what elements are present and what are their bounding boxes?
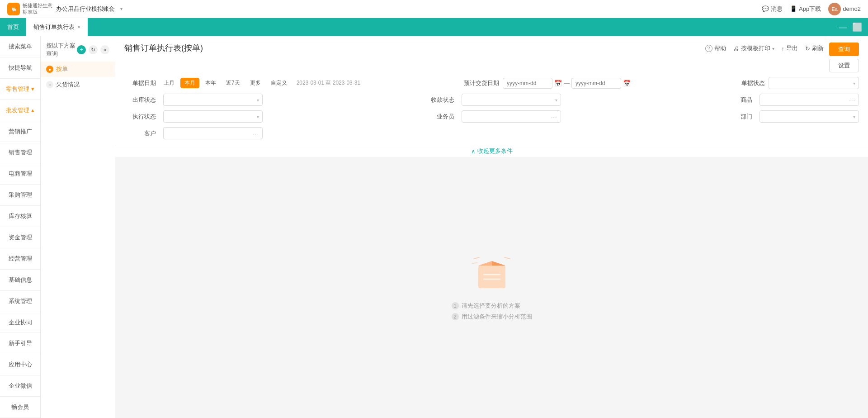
user-profile[interactable]: Ea demo2 [828, 3, 861, 15]
sidebar-item-search[interactable]: 搜索菜单 [0, 36, 40, 57]
logo-text: 畅捷通好生意 标准版 [23, 3, 52, 14]
sidebar-item-apps[interactable]: 应用中心 [0, 354, 40, 375]
tab-close-icon[interactable]: × [77, 24, 80, 30]
calendar-icon-from[interactable]: 📅 [554, 80, 562, 87]
collapse-icon: ∧ [471, 148, 476, 155]
logo-icon: 畅 [7, 3, 20, 15]
sidebar-item-ecommerce[interactable]: 电商管理 [0, 163, 40, 185]
left-panel: 按以下方案查询 + ↻ « ● 按单 ○ 欠货情况 [41, 36, 115, 418]
svg-rect-2 [478, 266, 505, 288]
goods-input[interactable] [760, 94, 859, 106]
left-panel-item-backorder[interactable]: ○ 欠货情况 [41, 77, 115, 92]
customer-label: 客户 [124, 129, 156, 138]
date-btn-7days[interactable]: 近7天 [222, 78, 244, 88]
help-icon: ? [705, 45, 712, 52]
app-download-button[interactable]: 📱 App下载 [790, 5, 821, 13]
sidebar-item-finance[interactable]: 资金管理 [0, 227, 40, 248]
empty-state: 1 请先选择要分析的方案 2 用过滤条件来缩小分析范围 [452, 252, 532, 323]
date-label: 单据日期 [124, 79, 156, 87]
salesperson-input[interactable] [462, 110, 561, 123]
sidebar-item-sales[interactable]: 销售管理 [0, 142, 40, 163]
delivery-select[interactable] [163, 94, 263, 106]
expected-date-label: 预计交货日期 [463, 79, 499, 87]
payment-select[interactable] [462, 94, 561, 106]
print-dropdown-icon[interactable]: ▾ [772, 46, 774, 51]
svg-line-6 [472, 263, 477, 263]
step1-num: 1 [452, 302, 459, 309]
calendar-icon-to[interactable]: 📅 [623, 80, 631, 87]
svg-line-5 [474, 257, 479, 259]
step2-num: 2 [452, 313, 459, 320]
sidebar: 搜索菜单 快捷导航 零售管理 ▾ 批发管理 ▴ 营销推广 销售管理 电商管理 采… [0, 36, 41, 418]
execution-label: 执行状态 [124, 113, 156, 121]
app-title: 办公用品行业模拟账套 [56, 5, 115, 13]
department-select[interactable] [760, 110, 859, 123]
left-panel-title: 按以下方案查询 [46, 42, 77, 58]
date-btn-this-year[interactable]: 本年 [201, 78, 220, 88]
date-separator: — [564, 80, 570, 86]
status-select[interactable] [769, 77, 859, 89]
department-label: 部门 [721, 113, 752, 121]
left-panel-item-order[interactable]: ● 按单 [41, 62, 115, 77]
left-panel-refresh-button[interactable]: ↻ [89, 45, 98, 54]
avatar: Ea [828, 3, 841, 15]
empty-state-icon [469, 252, 514, 293]
status-label: 单据状态 [733, 79, 765, 87]
delivery-label: 出库状态 [124, 96, 156, 104]
sidebar-item-enterprise[interactable]: 企业协同 [0, 312, 40, 333]
sidebar-item-operations[interactable]: 经营管理 [0, 248, 40, 270]
left-panel-collapse-button[interactable]: « [100, 45, 109, 54]
message-icon: 💬 [762, 5, 769, 12]
empty-text-list: 1 请先选择要分析的方案 2 用过滤条件来缩小分析范围 [452, 302, 532, 323]
collapse-filters-button[interactable]: ∧ 收起更多条件 [115, 145, 868, 157]
sidebar-item-inventory[interactable]: 库存核算 [0, 206, 40, 227]
date-btn-more[interactable]: 更多 [246, 78, 265, 88]
tab-minimize-icon[interactable]: — [837, 22, 848, 33]
sidebar-item-system[interactable]: 系统管理 [0, 291, 40, 312]
app-download-icon: 📱 [790, 5, 797, 12]
sidebar-item-wechat[interactable]: 企业微信 [0, 375, 40, 397]
expected-date-to[interactable] [571, 78, 621, 89]
sidebar-item-marketing[interactable]: 营销推广 [0, 121, 40, 142]
settings-button[interactable]: 设置 [829, 59, 859, 72]
sidebar-item-member[interactable]: 畅会员 [0, 397, 40, 418]
payment-label: 收款状态 [423, 96, 454, 104]
sidebar-item-wholesale[interactable]: 批发管理 ▴ [0, 100, 40, 121]
date-btn-last-month[interactable]: 上月 [160, 78, 179, 88]
sidebar-item-basic-info[interactable]: 基础信息 [0, 270, 40, 291]
refresh-button[interactable]: ↻ 刷新 [805, 44, 824, 52]
backorder-item-dot: ○ [46, 81, 53, 88]
page-title: 销售订单执行表(按单) [124, 43, 203, 53]
svg-line-7 [505, 257, 510, 259]
table-area: 1 请先选择要分析的方案 2 用过滤条件来缩小分析范围 [115, 157, 868, 418]
date-range-text: 2023-03-01 至 2023-03-31 [297, 79, 360, 87]
expected-date-from[interactable] [503, 78, 552, 89]
order-item-dot: ● [46, 66, 53, 73]
salesperson-label: 业务员 [423, 113, 454, 121]
customer-input[interactable] [163, 127, 263, 139]
left-panel-add-button[interactable]: + [77, 45, 86, 54]
svg-text:畅: 畅 [12, 7, 16, 12]
tab-sales-order[interactable]: 销售订单执行表 × [26, 18, 88, 36]
step2-text: 用过滤条件来缩小分析范围 [462, 313, 532, 321]
date-btn-this-month[interactable]: 本月 [180, 78, 199, 88]
execution-select[interactable] [163, 110, 263, 123]
tab-maximize-icon[interactable]: ⬜ [852, 22, 863, 33]
app-dropdown-arrow[interactable]: ▾ [120, 6, 123, 11]
sidebar-item-quicknav[interactable]: 快捷导航 [0, 57, 40, 79]
help-button[interactable]: ? 帮助 [705, 44, 726, 52]
goods-label: 商品 [721, 96, 752, 104]
export-button[interactable]: ↑ 导出 [782, 44, 798, 52]
print-button[interactable]: 🖨 按模板打印 ▾ [733, 44, 774, 52]
message-button[interactable]: 💬 消息 [762, 5, 783, 13]
sidebar-item-newbie[interactable]: 新手引导 [0, 333, 40, 354]
export-icon: ↑ [782, 45, 785, 52]
sidebar-item-retail[interactable]: 零售管理 ▾ [0, 79, 40, 100]
logo-area: 畅 畅捷通好生意 标准版 [7, 3, 52, 15]
sidebar-item-purchase[interactable]: 采购管理 [0, 185, 40, 206]
step1-text: 请先选择要分析的方案 [462, 302, 520, 310]
query-button[interactable]: 查询 [829, 43, 859, 56]
refresh-icon: ↻ [805, 45, 810, 52]
tab-home[interactable]: 首页 [0, 18, 26, 36]
date-btn-custom[interactable]: 自定义 [267, 78, 291, 88]
